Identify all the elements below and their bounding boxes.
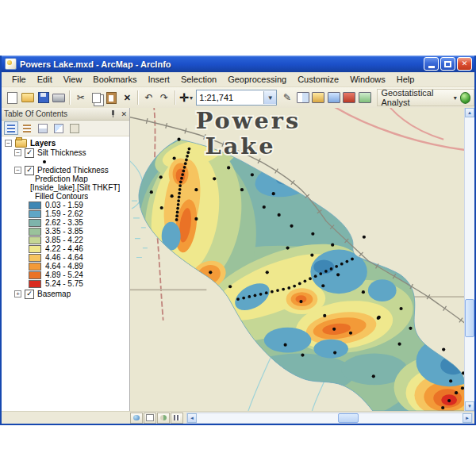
- legend-color-chip[interactable]: [29, 219, 41, 227]
- legend-color-chip[interactable]: [29, 280, 41, 288]
- vscroll-thumb[interactable]: [465, 299, 474, 337]
- table-of-contents-button[interactable]: [296, 90, 310, 106]
- sample-point: [335, 265, 338, 268]
- search-button[interactable]: [327, 90, 341, 106]
- legend-row: 3.35 - 3.85: [2, 227, 129, 236]
- close-button[interactable]: ✕: [457, 57, 472, 71]
- legend-color-chip[interactable]: [29, 210, 41, 218]
- copy-button[interactable]: [89, 90, 103, 106]
- cut-button[interactable]: ✂: [74, 90, 88, 106]
- sample-point: [209, 271, 212, 274]
- menu-insert[interactable]: Insert: [142, 74, 175, 85]
- scroll-down-icon[interactable]: ▼: [465, 401, 474, 411]
- vertical-scrollbar[interactable]: ▲ ▼: [464, 108, 474, 411]
- sample-point: [263, 205, 266, 209]
- arctoolbox-button[interactable]: [342, 90, 356, 106]
- sample-point: [178, 184, 182, 187]
- legend-color-chip[interactable]: [29, 245, 41, 253]
- menu-edit[interactable]: Edit: [32, 74, 58, 85]
- pause-drawing-button[interactable]: [171, 413, 183, 424]
- title-bar[interactable]: Powers Lake.mxd - ArcMap - ArcInfo ✕: [2, 56, 474, 72]
- expander-collapse[interactable]: −: [14, 149, 21, 156]
- vscroll-track[interactable]: [465, 117, 474, 401]
- model-builder-button[interactable]: [358, 90, 372, 106]
- redo-button[interactable]: ↷: [157, 90, 171, 106]
- delete-button[interactable]: ✕: [120, 90, 134, 106]
- pin-icon[interactable]: [109, 110, 117, 117]
- maximize-button[interactable]: [440, 57, 455, 71]
- sample-point: [309, 277, 312, 280]
- menu-help[interactable]: Help: [391, 74, 420, 85]
- open-button[interactable]: [21, 90, 36, 106]
- point-symbol: [43, 160, 46, 163]
- geostatistical-analyst-label: Geostatistical Analyst: [381, 88, 452, 107]
- sample-point: [272, 192, 275, 195]
- legend-row: 2.62 - 3.35: [2, 218, 129, 227]
- map-canvas[interactable]: Powers Lake: [130, 108, 465, 411]
- view-buttons: [130, 413, 183, 424]
- menu-windows[interactable]: Windows: [344, 74, 391, 85]
- save-button[interactable]: [36, 90, 51, 106]
- scroll-up-icon[interactable]: ▲: [465, 108, 474, 117]
- legend-color-chip[interactable]: [29, 228, 41, 236]
- menu-bookmarks[interactable]: Bookmarks: [87, 74, 142, 85]
- data-view-button[interactable]: [130, 413, 143, 424]
- sample-point: [282, 288, 285, 291]
- horizontal-scrollbar[interactable]: ◄ ►: [186, 413, 473, 424]
- svg-text:Powers: Powers: [196, 108, 301, 134]
- silt-layer-checkbox[interactable]: ✓: [25, 148, 34, 158]
- paste-button[interactable]: [105, 90, 119, 106]
- bottom-bar: ◄ ►: [2, 411, 474, 424]
- scroll-right-icon[interactable]: ►: [463, 413, 472, 423]
- scale-dropdown-button[interactable]: ▼: [263, 91, 276, 104]
- predicted-layer-checkbox[interactable]: ✓: [25, 166, 34, 175]
- list-by-source-button[interactable]: [20, 121, 34, 135]
- basemap-checkbox[interactable]: ✓: [25, 290, 34, 299]
- editor-pencil-button[interactable]: ✎: [280, 90, 294, 106]
- layers-root-label[interactable]: Layers: [30, 139, 56, 148]
- minimize-button[interactable]: [424, 57, 439, 71]
- expander-expand[interactable]: +: [14, 290, 21, 298]
- list-by-selection-button[interactable]: [52, 121, 66, 135]
- legend-color-chip[interactable]: [29, 254, 41, 262]
- new-document-button[interactable]: [6, 90, 20, 106]
- legend-color-chip[interactable]: [29, 236, 41, 244]
- list-by-visibility-button[interactable]: [36, 121, 50, 135]
- legend-range-label: 0.03 - 1.59: [45, 201, 83, 209]
- expander-collapse[interactable]: −: [14, 167, 21, 174]
- map-area: Powers Lake ▲ ▼: [130, 108, 474, 411]
- expander-collapse[interactable]: −: [5, 140, 12, 147]
- hscroll-track[interactable]: [197, 413, 463, 423]
- catalog-button[interactable]: [311, 90, 325, 106]
- legend-color-chip[interactable]: [29, 263, 41, 271]
- undo-button[interactable]: ↶: [142, 90, 156, 106]
- legend-color-chip[interactable]: [29, 271, 41, 279]
- scale-input[interactable]: [197, 91, 263, 104]
- menu-geoprocessing[interactable]: Geoprocessing: [222, 74, 292, 85]
- scroll-left-icon[interactable]: ◄: [187, 413, 197, 423]
- menu-file[interactable]: File: [6, 74, 32, 85]
- predicted-layer-label[interactable]: Predicted Thickness: [37, 166, 109, 175]
- sample-point: [398, 343, 401, 346]
- geostatistical-analyst-menu[interactable]: Geostatistical Analyst ▾: [377, 89, 474, 106]
- hscroll-thumb[interactable]: [338, 413, 359, 423]
- sample-point: [284, 344, 287, 347]
- layout-view-button[interactable]: [144, 413, 156, 424]
- legend-color-chip[interactable]: [29, 202, 41, 209]
- sample-point: [287, 286, 290, 290]
- sample-point: [194, 217, 198, 221]
- menu-selection[interactable]: Selection: [175, 74, 222, 85]
- sample-point: [449, 379, 452, 382]
- refresh-view-button[interactable]: [157, 413, 170, 424]
- sample-point: [332, 328, 336, 331]
- print-button[interactable]: [52, 90, 67, 106]
- menu-customize[interactable]: Customize: [292, 74, 344, 85]
- basemap-label[interactable]: Basemap: [37, 290, 71, 298]
- pan-zoom-button[interactable]: ✛▾: [179, 90, 194, 106]
- toc-close-icon[interactable]: ✕: [121, 110, 127, 118]
- toc-options-button[interactable]: [67, 121, 82, 135]
- list-by-drawing-order-button[interactable]: [4, 121, 18, 135]
- standard-toolbar: ✂ ✕ ↶ ↷ ✛▾ ▼ ✎ Geostatistical Analyst ▾: [2, 87, 474, 109]
- silt-layer-label[interactable]: Silt Thickness: [37, 148, 86, 157]
- menu-view[interactable]: View: [58, 74, 88, 85]
